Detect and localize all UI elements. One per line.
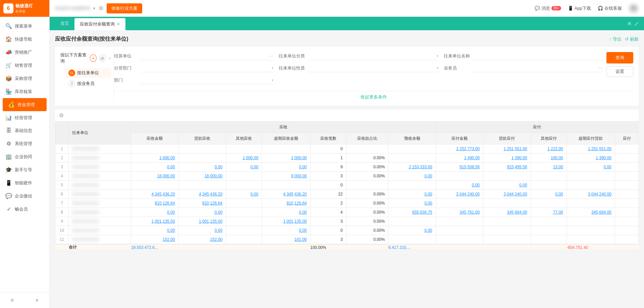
header-dropdown-icon[interactable]: ▾ <box>93 6 95 11</box>
unit-category-select[interactable] <box>308 52 436 60</box>
sidebar-label-purchase: 采购管理 <box>15 76 32 82</box>
sidebar-item-inventory[interactable]: 🏪库存核算 <box>0 85 49 98</box>
table-row: 9 1,001,135.001,001,135.001,001,135.0030… <box>55 217 639 226</box>
query-button[interactable]: 查询 <box>606 52 633 63</box>
filter-option-by-staff[interactable]: 员 按业务员 <box>66 79 111 88</box>
sidebar-item-search[interactable]: 🔍搜索菜单 <box>0 19 49 33</box>
footer-prepay-bal: 6,417,215.... <box>388 244 436 249</box>
sidebar-item-sales[interactable]: 🛒销售管理 <box>0 59 49 72</box>
cell-recv_pct: 0.00% <box>346 217 388 226</box>
more-conditions-btn[interactable]: 收起更多条件 <box>361 94 387 99</box>
promo-button[interactable]: 体验行业方案 <box>107 3 142 13</box>
cell-recv_pct: 0.00% <box>346 163 388 172</box>
refresh-button[interactable]: ↺ 刷新 <box>625 36 639 42</box>
sidebar-settings-btn[interactable]: ⚙ <box>7 296 17 305</box>
cell-loan_recv: 0.00 <box>178 163 226 172</box>
sidebar-item-system[interactable]: ⚙系统管理 <box>0 137 49 150</box>
cell-overdue_recv <box>262 181 310 190</box>
table-row: 7 810,126.64810,126.64810,126.6420.00%0.… <box>55 199 639 208</box>
filter-add-scheme-btn[interactable]: + <box>90 54 97 62</box>
filter-panel: 按以下方案查询 + ◎ « 往 按往来单位 员 按业务员 <box>55 47 639 105</box>
cell-loan_pay: 0.00 <box>483 181 531 190</box>
cell-pay_extra <box>615 181 639 190</box>
cell-loan_pay <box>483 226 531 235</box>
cell-seq: 10 <box>55 226 69 235</box>
sidebar-item-hardware[interactable]: 📱智能硬件 <box>0 176 49 189</box>
cell-seq: 5 <box>55 181 69 190</box>
sidebar-icon-member: ✓ <box>5 206 12 212</box>
cell-other_pay <box>531 235 567 245</box>
cell-recv_amt <box>131 144 178 153</box>
cell-pay_extra <box>615 199 639 208</box>
footer-pay-amt <box>436 244 483 249</box>
table-scroll-wrapper[interactable]: 往来单位 应收 应付 应收金额 贷款应收 其他应收 超期应收金额 应收笔数 应收… <box>55 121 639 249</box>
sidebar-item-purchase[interactable]: 📦采购管理 <box>0 72 49 85</box>
cell-other_pay <box>531 226 567 235</box>
cell-seq: 1 <box>55 144 69 153</box>
filter-label-unit-name: 往来单位名称 <box>444 53 470 59</box>
tab-arbal[interactable]: 应收应付余额查询 ✕ <box>74 18 125 30</box>
sidebar-item-wechat[interactable]: 💬企业微信 <box>0 189 49 203</box>
dept-select[interactable] <box>140 76 272 84</box>
sidebar-item-basic[interactable]: 🗄基础信息 <box>0 124 49 137</box>
cell-pay_extra <box>615 172 639 181</box>
table-settings-icon[interactable]: ⚙ <box>59 112 64 119</box>
filter-field-staff: 业务员 ··· <box>444 64 603 72</box>
sidebar-item-finance[interactable]: 💰资金管理 <box>3 98 47 111</box>
sidebar-item-nav[interactable]: 🏠快捷导航 <box>0 33 49 46</box>
th-unit: 往来单位 <box>69 122 131 144</box>
logo-sub: 标准版 <box>15 9 33 14</box>
tab-expand-icon[interactable]: ⤢ <box>634 20 639 27</box>
page-header: 应收应付余额查询(按往来单位) ↑ 导出 ↺ 刷新 <box>55 36 639 43</box>
cell-overdue_pay <box>567 226 615 235</box>
cell-pay_extra <box>615 235 639 245</box>
filter-label-settlement: 结算单位 <box>114 53 138 59</box>
cell-recv_amt: 810,126.64 <box>131 199 178 208</box>
table-row: 3 0.000.000.000.0090.00%2,153,333.00915,… <box>55 163 639 172</box>
sidebar-item-operation[interactable]: 📊经营管理 <box>0 111 49 124</box>
sidebar-item-member[interactable]: ✓畅会员 <box>0 203 49 216</box>
tab-close-icon[interactable]: ✕ <box>117 22 120 27</box>
settlement-dots-btn[interactable]: ··· <box>269 53 273 59</box>
staff-dots-btn[interactable]: ··· <box>599 65 603 71</box>
tab-home[interactable]: 首页 <box>55 17 74 30</box>
table-row: 1 01,252,773.001,251,551.001,222.001,251… <box>55 144 639 153</box>
filter-option-by-unit[interactable]: 往 按往来单位 <box>66 68 111 78</box>
sidebar-item-guide[interactable]: 🎓新手引导 <box>0 163 49 176</box>
cell-loan_pay <box>483 199 531 208</box>
sidebar-label-system: 系统管理 <box>15 141 32 147</box>
user-avatar[interactable]: Rit <box>629 3 639 13</box>
header-gear-icon[interactable]: ⚙ <box>99 5 103 11</box>
setting-button[interactable]: 设置 <box>606 66 633 77</box>
tab-bar-right: ✕ ⤢ <box>627 20 639 27</box>
export-button[interactable]: ↑ 导出 <box>609 36 622 42</box>
staff-input-wrapper: ··· <box>470 64 603 72</box>
staff-input[interactable] <box>470 64 599 72</box>
filter-collapse-icon[interactable]: « <box>108 55 111 61</box>
dept-managed-chevron-icon: ▾ <box>272 66 273 70</box>
sidebar-item-corp[interactable]: 🏢企业协同 <box>0 150 49 163</box>
cell-seq: 7 <box>55 199 69 208</box>
settlement-unit-input[interactable] <box>140 52 269 60</box>
messages-btn[interactable]: 💬 消息 99+ <box>535 5 561 11</box>
cell-pay_amt: 1,252,773.00 <box>436 144 483 153</box>
dept-managed-select[interactable] <box>140 64 272 72</box>
unit-name-input[interactable] <box>473 52 603 60</box>
table-row: 8 0.000.000.0040.00%655,636.75345,761.00… <box>55 208 639 217</box>
cell-loan_recv: 810,126.64 <box>178 199 226 208</box>
logo-name: 畅捷通叮 <box>15 3 33 9</box>
app-download-btn[interactable]: 📱 App下载 <box>568 5 591 11</box>
cell-recv_count: 1 <box>310 153 346 163</box>
unit-category-chevron-icon: ▾ <box>437 54 438 58</box>
sidebar-collapse-btn[interactable]: ⏸ <box>32 296 42 305</box>
filter-target-btn[interactable]: ◎ <box>99 54 106 62</box>
cell-recv_count: 2 <box>310 199 346 208</box>
service-icon: 🎧 <box>598 6 603 11</box>
sidebar-item-marketing[interactable]: 📣营销推广 <box>0 46 49 59</box>
online-service-btn[interactable]: 🎧 在线客服 <box>598 5 622 11</box>
unit-nature-select[interactable] <box>308 64 436 72</box>
export-label: 导出 <box>613 36 622 42</box>
cell-seq: 11 <box>55 235 69 245</box>
tab-close-all-icon[interactable]: ✕ <box>627 20 632 27</box>
app-label: App下载 <box>575 5 591 11</box>
